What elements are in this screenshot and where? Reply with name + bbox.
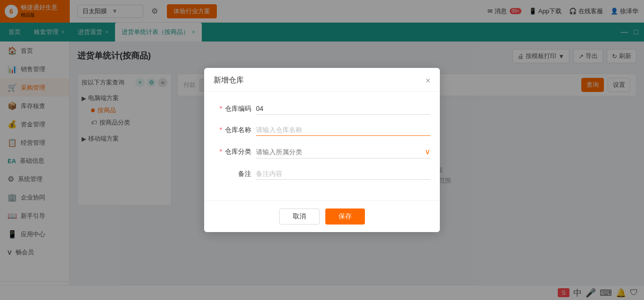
cancel-button[interactable]: 取消 <box>279 208 320 225</box>
modal-title: 新增仓库 <box>214 75 244 85</box>
name-label: * 仓库名称 <box>214 126 251 134</box>
form-row-name: * 仓库名称 <box>214 124 430 136</box>
warehouse-name-input[interactable] <box>256 124 430 136</box>
modal-footer: 取消 保存 <box>204 200 440 232</box>
form-row-code: * 仓库编码 <box>214 103 430 115</box>
new-warehouse-modal: 新增仓库 × * 仓库编码 * 仓库名称 * 仓库分类 ∨ <box>204 68 440 232</box>
modal-header: 新增仓库 × <box>204 68 440 92</box>
remark-label: 备注 <box>214 170 251 178</box>
modal-body: * 仓库编码 * 仓库名称 * 仓库分类 ∨ 备注 <box>204 92 440 200</box>
category-select-wrap[interactable]: ∨ <box>256 145 430 158</box>
category-dropdown-arrow: ∨ <box>425 147 430 156</box>
modal-close-button[interactable]: × <box>425 76 430 85</box>
form-row-category: * 仓库分类 ∨ <box>214 145 430 158</box>
code-label: * 仓库编码 <box>214 105 251 113</box>
form-row-remark: 备注 <box>214 168 430 180</box>
save-button[interactable]: 保存 <box>325 208 365 225</box>
warehouse-category-input[interactable] <box>256 148 425 156</box>
category-label: * 仓库分类 <box>214 148 251 156</box>
warehouse-code-input[interactable] <box>256 103 430 115</box>
warehouse-remark-input[interactable] <box>256 168 430 180</box>
